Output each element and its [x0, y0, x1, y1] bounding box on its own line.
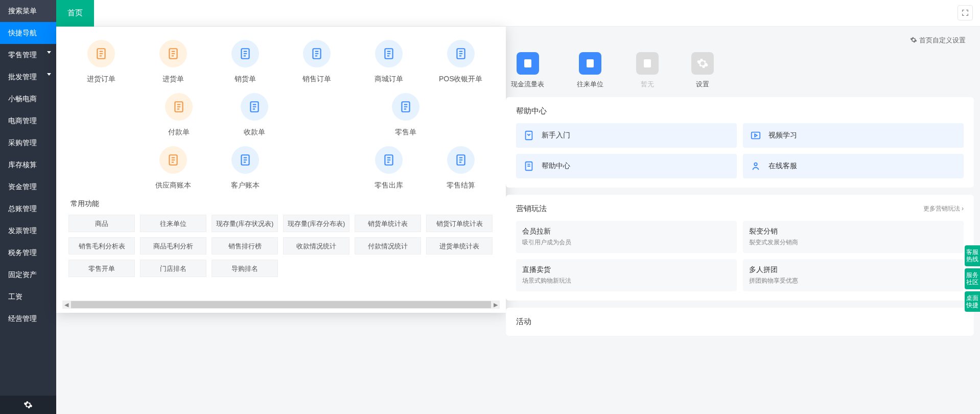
- flow-客户账本[interactable]: 客户账本: [209, 146, 281, 190]
- doc-icon: [375, 40, 403, 67]
- quick-nav-flyout: 进货订单进货单销货单销售订单商城订单POS收银开单付款单收款单零售单供应商账本客…: [56, 27, 506, 313]
- sidebar-item-4[interactable]: 电商管理: [0, 110, 56, 132]
- quick-现金流量表[interactable]: 现金流量表: [511, 52, 544, 89]
- sidebar-item-8[interactable]: 总账管理: [0, 198, 56, 220]
- scroll-left-icon[interactable]: ◀: [62, 301, 71, 309]
- sidebar-search[interactable]: 搜索菜单: [0, 0, 56, 22]
- main-right: 首页自定义设置 现金流量表 往来单位 暂无 设置 帮助中心 新手入门视频学习帮助…: [506, 31, 974, 343]
- scroll-right-icon[interactable]: ▶: [492, 301, 500, 309]
- fn-现存量(库存分布表)[interactable]: 现存量(库存分布表): [283, 215, 349, 232]
- help-title: 帮助中心: [516, 106, 964, 116]
- tab-home[interactable]: 首页: [56, 0, 94, 27]
- tabs-bar: 首页: [56, 0, 980, 27]
- doc-icon: [241, 93, 268, 121]
- flyout-scrollbar[interactable]: ◀ ▶: [62, 301, 500, 309]
- quick-label: 现金流量表: [511, 80, 544, 89]
- scroll-track[interactable]: [71, 301, 491, 308]
- fn-收款情况统计[interactable]: 收款情况统计: [283, 237, 349, 255]
- doc-icon: [447, 146, 475, 174]
- mk-会员拉新[interactable]: 会员拉新吸引用户成为会员: [516, 221, 737, 253]
- fl-label: 零售出库: [353, 181, 425, 190]
- fullscreen-button[interactable]: [958, 5, 973, 20]
- help-新手入门[interactable]: 新手入门: [516, 123, 737, 148]
- flow-销售订单[interactable]: 销售订单: [281, 40, 353, 84]
- mk-sub: 裂变式发展分销商: [749, 238, 958, 247]
- flow-进货订单[interactable]: 进货订单: [65, 40, 137, 84]
- sidebar-item-1[interactable]: 零售管理: [0, 44, 56, 66]
- sidebar-item-5[interactable]: 采购管理: [0, 132, 56, 154]
- sidebar-item-3[interactable]: 小畅电商: [0, 88, 56, 110]
- sidebar: 搜索菜单 快捷导航零售管理批发管理小畅电商电商管理采购管理库存核算资金管理总账管…: [0, 0, 56, 414]
- mk-title: 多人拼团: [749, 265, 958, 274]
- mk-多人拼团[interactable]: 多人拼团拼团购物享受优惠: [743, 259, 964, 291]
- fn-现存量(库存状况表)[interactable]: 现存量(库存状况表): [212, 215, 278, 232]
- mk-sub: 场景式购物新玩法: [522, 277, 731, 285]
- quick-label: 往来单位: [577, 80, 603, 89]
- mk-直播卖货[interactable]: 直播卖货场景式购物新玩法: [516, 259, 737, 291]
- mk-裂变分销[interactable]: 裂变分销裂变式发展分销商: [743, 221, 964, 253]
- marketing-more[interactable]: 更多营销玩法 ›: [923, 204, 964, 213]
- common-functions-title: 常用功能: [71, 199, 497, 209]
- fl-label: 销货单: [209, 75, 281, 84]
- fn-门店排名[interactable]: 门店排名: [140, 260, 206, 277]
- activity-title: 活动: [516, 317, 964, 327]
- flow-零售结算[interactable]: 零售结算: [425, 146, 497, 190]
- fn-往来单位[interactable]: 往来单位: [140, 215, 206, 232]
- sidebar-item-11[interactable]: 固定资产: [0, 264, 56, 286]
- fn-进货单统计表[interactable]: 进货单统计表: [426, 237, 493, 255]
- sidebar-item-13[interactable]: 经营管理: [0, 308, 56, 330]
- sidebar-item-12[interactable]: 工资: [0, 286, 56, 308]
- fn-零售开单[interactable]: 零售开单: [68, 260, 135, 277]
- float-服务社区[interactable]: 服务社区: [965, 268, 980, 289]
- flow-POS收银开单[interactable]: POS收银开单: [425, 40, 497, 84]
- doc-icon: [303, 40, 331, 67]
- fl-label: 客户账本: [209, 181, 281, 190]
- flow-零售单[interactable]: 零售单: [368, 93, 444, 137]
- float-桌面快捷[interactable]: 桌面快捷: [965, 291, 980, 312]
- expand-icon: [961, 9, 969, 17]
- mk-title: 裂变分销: [749, 227, 958, 236]
- gear-icon: [24, 400, 33, 409]
- flow-收款单[interactable]: 收款单: [217, 93, 292, 137]
- fn-销货订单统计表[interactable]: 销货订单统计表: [426, 215, 493, 232]
- quick-label: 设置: [691, 80, 714, 89]
- help-帮助中心[interactable]: 帮助中心: [516, 154, 737, 178]
- quick-icon: [517, 52, 539, 75]
- flow-商城订单[interactable]: 商城订单: [353, 40, 425, 84]
- doc-icon: [165, 93, 193, 121]
- flow-付款单[interactable]: 付款单: [141, 93, 217, 137]
- doc-icon: [159, 146, 187, 174]
- help-label: 帮助中心: [542, 162, 570, 171]
- sidebar-item-9[interactable]: 发票管理: [0, 220, 56, 242]
- fn-付款情况统计[interactable]: 付款情况统计: [355, 237, 421, 255]
- quick-icon: [579, 52, 601, 75]
- quick-往来单位[interactable]: 往来单位: [577, 52, 603, 89]
- fn-销售毛利分析表[interactable]: 销售毛利分析表: [68, 237, 135, 255]
- sidebar-item-6[interactable]: 库存核算: [0, 154, 56, 176]
- sidebar-item-10[interactable]: 税务管理: [0, 242, 56, 264]
- quick-设置[interactable]: 设置: [691, 52, 714, 89]
- fn-商品[interactable]: 商品: [68, 215, 135, 232]
- customize-link[interactable]: 首页自定义设置: [506, 36, 966, 45]
- fn-导购排名[interactable]: 导购排名: [212, 260, 278, 277]
- help-icon: [750, 160, 761, 172]
- fn-销售排行榜[interactable]: 销售排行榜: [212, 237, 278, 255]
- fn-商品毛利分析[interactable]: 商品毛利分析: [140, 237, 206, 255]
- help-视频学习[interactable]: 视频学习: [743, 123, 964, 148]
- doc-icon: [87, 40, 115, 67]
- help-在线客服[interactable]: 在线客服: [743, 154, 964, 178]
- float-客服热线[interactable]: 客服热线: [965, 245, 980, 266]
- flow-进货单[interactable]: 进货单: [137, 40, 209, 84]
- sidebar-item-7[interactable]: 资金管理: [0, 176, 56, 198]
- flow-销货单[interactable]: 销货单: [209, 40, 281, 84]
- fl-label: 商城订单: [353, 75, 425, 84]
- sidebar-item-0[interactable]: 快捷导航: [0, 22, 56, 44]
- sidebar-item-2[interactable]: 批发管理: [0, 66, 56, 88]
- flow-零售出库[interactable]: 零售出库: [353, 146, 425, 190]
- mk-sub: 拼团购物享受优惠: [749, 277, 958, 285]
- quick-暂无[interactable]: 暂无: [636, 52, 659, 89]
- quick-icon: [691, 52, 714, 75]
- flow-供应商账本[interactable]: 供应商账本: [137, 146, 209, 190]
- fn-销货单统计表[interactable]: 销货单统计表: [355, 215, 421, 232]
- sidebar-settings[interactable]: [0, 396, 56, 414]
